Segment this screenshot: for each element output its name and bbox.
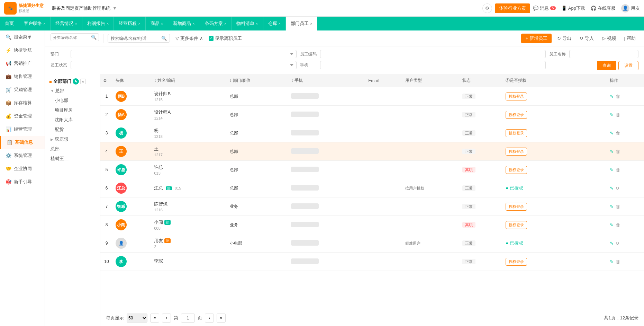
delete-button[interactable]: ↺ xyxy=(616,186,619,191)
query-button[interactable]: 查询 xyxy=(597,61,616,70)
edit-button[interactable]: ✎ xyxy=(610,94,614,99)
sidebar-item-guide[interactable]: 🎯 新手引导 xyxy=(0,175,45,188)
phone-input[interactable] xyxy=(320,61,546,69)
edit-button[interactable]: ✎ xyxy=(610,112,614,117)
more-filter-button[interactable]: ▽ 更多条件 ∧ xyxy=(173,34,206,43)
tab-barcode[interactable]: 条码方案 × xyxy=(200,17,232,30)
delete-button[interactable]: 🗑 xyxy=(616,259,620,264)
help-button[interactable]: | 帮助 xyxy=(622,34,638,43)
sidebar-item-search[interactable]: 🔍 搜索菜单 xyxy=(0,30,45,44)
edit-dept-icon[interactable]: ✎ xyxy=(73,78,79,85)
tab-warehouse[interactable]: 仓库 × xyxy=(263,17,286,30)
import-button[interactable]: ↺ 导入 xyxy=(577,34,597,43)
prev-page-button[interactable]: ‹ xyxy=(162,314,171,323)
export-button[interactable]: ↻ 导出 xyxy=(554,34,574,43)
main-search-input[interactable] xyxy=(111,36,160,41)
dept-tree-item-shuanglu[interactable]: ▶ 双鹿想 xyxy=(48,134,97,144)
dropdown-arrow-icon[interactable]: ▼ xyxy=(112,6,117,11)
sidebar-item-finance[interactable]: 💰 资金管理 xyxy=(0,109,45,123)
page-number-input[interactable] xyxy=(181,314,195,323)
dept-tree-item-peihuo[interactable]: 配货 xyxy=(48,125,97,134)
add-employee-button[interactable]: + 新增员工 xyxy=(521,34,551,43)
sidebar-item-purchase[interactable]: 🛒 采购管理 xyxy=(0,83,45,96)
dept-search-box[interactable]: 🔍 xyxy=(51,33,99,41)
delete-button[interactable]: 🗑 xyxy=(616,131,620,136)
tab-customer[interactable]: 客户联络 × xyxy=(19,17,51,30)
dept-tree-item-zongbu[interactable]: ▼ 总部 xyxy=(48,86,97,96)
auth-button[interactable]: 授权登录 xyxy=(506,203,527,211)
dept-tree-item-shenyang[interactable]: 沈阳大库 xyxy=(48,115,97,125)
close-icon[interactable]: × xyxy=(161,21,163,26)
edit-button[interactable]: ✎ xyxy=(610,259,614,264)
close-icon[interactable]: × xyxy=(224,21,226,26)
edit-button[interactable]: ✎ xyxy=(610,204,614,209)
auth-button[interactable]: 授权登录 xyxy=(506,111,527,119)
col-dept[interactable]: ↕ 部门/职位 xyxy=(227,74,289,87)
show-resigned-checkbox[interactable]: ✓ 显示离职员工 xyxy=(209,35,242,42)
close-icon[interactable]: × xyxy=(107,21,109,26)
emp-status-select[interactable] xyxy=(71,61,297,69)
collapse-button[interactable]: « xyxy=(80,79,86,84)
close-icon[interactable]: × xyxy=(256,21,258,26)
sidebar-item-basic[interactable]: 📋 基础信息 xyxy=(0,136,45,149)
video-button[interactable]: ▷ 视频 xyxy=(599,34,619,43)
sidebar-item-sales[interactable]: 💼 销售管理 xyxy=(0,70,45,83)
tab-employees[interactable]: 部门员工 × xyxy=(286,17,317,30)
col-name[interactable]: ↕ 姓名/编码 xyxy=(151,74,227,87)
experience-button[interactable]: 体验行业方案 xyxy=(495,3,530,13)
tab-home[interactable]: 首页 xyxy=(0,17,19,30)
main-search-box[interactable]: 🔍 xyxy=(108,34,170,43)
sidebar-item-system[interactable]: ⚙️ 系统管理 xyxy=(0,149,45,162)
sidebar-item-collab[interactable]: 🤝 企业协同 xyxy=(0,162,45,175)
online-service-button[interactable]: 🎧 在线客服 xyxy=(591,5,616,11)
tab-operation[interactable]: 经营情况 × xyxy=(51,17,82,30)
tab-bom[interactable]: 物料清单 × xyxy=(232,17,263,30)
delete-button[interactable]: 🗑 xyxy=(616,94,620,99)
sidebar-item-nav[interactable]: ⚡ 快捷导航 xyxy=(0,44,45,57)
delete-button[interactable]: 🗑 xyxy=(616,149,620,154)
auth-button[interactable]: 授权登录 xyxy=(506,129,527,137)
tab-history[interactable]: 经营历程 × xyxy=(114,17,145,30)
auth-button[interactable]: 授权登录 xyxy=(506,221,527,229)
delete-button[interactable]: 🗑 xyxy=(616,204,620,209)
emp-code-input[interactable] xyxy=(320,50,546,58)
edit-button[interactable]: ✎ xyxy=(610,241,614,246)
auth-button[interactable]: 授权登录 xyxy=(506,92,527,100)
close-icon[interactable]: × xyxy=(192,21,194,26)
close-icon[interactable]: × xyxy=(279,21,281,26)
per-page-select[interactable]: 50 xyxy=(127,314,147,323)
auth-button[interactable]: 授权登录 xyxy=(506,148,527,156)
delete-button[interactable]: 🗑 xyxy=(616,167,620,173)
edit-button[interactable]: ✎ xyxy=(610,186,614,191)
sidebar-item-marketing[interactable]: 📢 营销推广 xyxy=(0,57,45,70)
edit-button[interactable]: ✎ xyxy=(610,149,614,154)
edit-button[interactable]: ✎ xyxy=(610,222,614,228)
tab-add-goods[interactable]: 新增商品 × xyxy=(168,17,200,30)
tab-goods[interactable]: 商品 × xyxy=(146,17,168,30)
edit-button[interactable]: ✎ xyxy=(610,131,614,136)
user-menu-button[interactable]: 👤 用友 xyxy=(621,4,640,12)
dept-tree-item-zhishu[interactable]: 植树王二 xyxy=(48,154,97,164)
col-phone[interactable]: ↕ 手机 xyxy=(288,74,365,87)
col-settings[interactable]: ⚙ xyxy=(100,74,113,87)
app-download-button[interactable]: 📱 App下载 xyxy=(561,5,585,11)
dept-search-input[interactable] xyxy=(53,35,90,39)
first-page-button[interactable]: « xyxy=(150,314,159,323)
delete-button[interactable]: 🗑 xyxy=(616,112,620,117)
emp-name-input[interactable] xyxy=(569,50,638,58)
auth-button[interactable]: 授权登录 xyxy=(506,166,527,174)
message-button[interactable]: 💬 消息 5 xyxy=(533,5,556,11)
last-page-button[interactable]: » xyxy=(217,314,226,323)
close-icon[interactable]: × xyxy=(43,21,45,26)
close-icon[interactable]: × xyxy=(138,21,140,26)
dept-select[interactable] xyxy=(71,50,297,58)
dept-tree-item-xiaodian[interactable]: 小电部 xyxy=(48,96,97,105)
reset-button[interactable]: 设置 xyxy=(618,61,638,70)
close-icon[interactable]: × xyxy=(75,21,77,26)
auth-button[interactable]: 授权登录 xyxy=(506,258,527,266)
dept-tree-item-zongbu2[interactable]: 总部 xyxy=(48,144,97,154)
sidebar-item-business[interactable]: 📊 经营管理 xyxy=(0,123,45,136)
edit-button[interactable]: ✎ xyxy=(610,167,614,173)
dept-tree-item-xiangmu[interactable]: 项目库房 xyxy=(48,105,97,115)
next-page-button[interactable]: › xyxy=(205,314,214,323)
